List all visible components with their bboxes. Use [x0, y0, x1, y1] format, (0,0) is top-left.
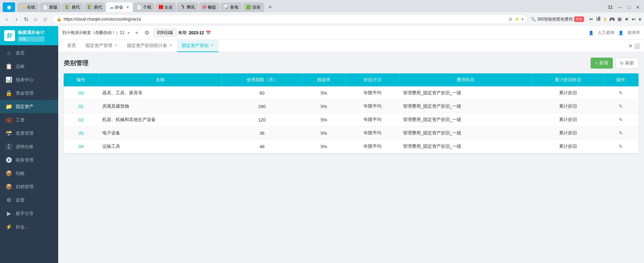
forward-button[interactable]: ›: [12, 15, 21, 23]
sidebar-item-asset-label: 固定资产: [16, 104, 34, 110]
menu-button[interactable]: ≡: [639, 16, 641, 22]
edit-button[interactable]: ✎: [619, 90, 623, 96]
tab-depreciation[interactable]: 固定资产折旧统计表 ✕: [122, 40, 177, 52]
home-icon: ⌂: [5, 50, 12, 56]
sidebar-item-guide[interactable]: ▶ 新手引导: [0, 207, 58, 220]
edit-button[interactable]: ✎: [619, 130, 623, 136]
edit-button[interactable]: ✎: [619, 144, 623, 149]
cell-period: 240: [222, 100, 302, 113]
sidebar-item-settings[interactable]: ⚙ 设置: [0, 193, 58, 207]
cell-action[interactable]: ✎: [603, 113, 638, 127]
refresh-button[interactable]: ↻ 刷新: [616, 58, 639, 69]
main-content: 类别管理 + 新增 ↻ 刷新 编号 名称 使用期限（月: [58, 52, 644, 263]
browser-tools: ✂ 译 ¥ 🎮 ⊞ ☀ ↩ ≡: [589, 16, 641, 22]
bookmark-button[interactable]: ☆: [41, 15, 49, 23]
home-button[interactable]: ⌂: [31, 15, 40, 23]
tab-panel-expand-button[interactable]: ⬜: [634, 43, 640, 49]
nav-buttons: ‹ › ↻ ⌂ ☆: [3, 15, 49, 23]
period-value: 2023-12: [189, 31, 204, 35]
sidebar-item-home[interactable]: ⌂ 首页: [0, 47, 58, 60]
cell-action[interactable]: ✎: [603, 127, 638, 140]
maximize-button[interactable]: □: [626, 4, 632, 11]
reload-button[interactable]: ↻: [22, 15, 30, 23]
period-calendar-icon[interactable]: 📅: [206, 31, 211, 35]
sidebar-item-tax[interactable]: 💿 税务管理: [0, 153, 58, 167]
logo-badge: 专版: [18, 36, 45, 42]
tab-depreciation-close[interactable]: ✕: [169, 43, 172, 48]
sidebar-item-more[interactable]: ⚡ 好会...: [0, 220, 58, 234]
tab-label-gedi: 各地: [230, 4, 238, 10]
sidebar-item-settings-label: 设置: [16, 197, 25, 203]
tab-icon-yidai2: 📗: [87, 5, 92, 10]
sidebar-item-fund[interactable]: 🔒 资金管理: [0, 86, 58, 100]
refresh-icon: ↻: [620, 61, 624, 66]
undo-button[interactable]: ↩: [632, 16, 636, 22]
browser-tab-haohui[interactable]: ☁ 好会 ✕: [106, 2, 132, 12]
sidebar-item-report[interactable]: 📊 报表中心: [0, 73, 58, 86]
search-area[interactable]: 🔍 360智能抠图免费用 热搜: [531, 16, 584, 22]
tab-panel-close-button[interactable]: ✕: [629, 43, 633, 49]
tab-home[interactable]: 首页: [62, 40, 81, 52]
sidebar-item-asset[interactable]: 📁 固定资产: [0, 100, 58, 113]
user-settings-button[interactable]: +: [133, 29, 140, 36]
sidebar-item-invoice[interactable]: 🗃️ 发票管理: [0, 127, 58, 140]
browser-tab-changjin[interactable]: Ⓜ 畅提: [199, 2, 219, 12]
sun-button[interactable]: ☀: [624, 16, 629, 22]
tab-asset-mgmt-label: 固定资产管理: [86, 43, 112, 49]
browser-tab-tencent[interactable]: 🐧 腾讯: [177, 2, 198, 12]
cell-code[interactable]: 02: [64, 113, 98, 127]
sidebar-item-invoice-label: 发票管理: [16, 130, 34, 136]
browser-tab-qiye[interactable]: 🅲 企业: [155, 2, 176, 12]
tab-asset-mgmt-close[interactable]: ✕: [114, 43, 117, 48]
sidebar-item-archive[interactable]: 📦 归档管理: [0, 180, 58, 193]
tab-category[interactable]: 固定资产类别 ✕: [177, 40, 218, 52]
browser-tab-yidai2[interactable]: 📗 易代: [84, 2, 105, 12]
tab-close-haohui[interactable]: ✕: [126, 5, 129, 10]
user-dropdown-icon[interactable]: ▾: [128, 31, 130, 35]
browser-logo: ◉: [3, 2, 15, 12]
tab-category-close[interactable]: ✕: [211, 43, 214, 48]
cell-code[interactable]: 03: [64, 86, 98, 100]
sidebar-item-close[interactable]: 📦 结账: [0, 167, 58, 180]
sidebar-item-ledger[interactable]: 📋 总账: [0, 60, 58, 73]
edit-button[interactable]: ✎: [619, 117, 623, 122]
tab-asset-mgmt[interactable]: 固定资产管理 ✕: [81, 40, 122, 52]
game-button[interactable]: 🎮: [609, 16, 615, 22]
add-button[interactable]: + 新增: [591, 58, 613, 69]
browser-tab-new[interactable]: 📄 新版: [39, 2, 61, 12]
browser-tab-gedi[interactable]: 📊 各地: [220, 2, 242, 12]
close-button[interactable]: ✕: [634, 4, 641, 11]
user-gear-button[interactable]: ⚙: [143, 29, 150, 36]
guide-icon: ▶: [5, 210, 12, 217]
username-label: 徐泽华: [628, 30, 640, 36]
tab-icon-changjin: Ⓜ: [202, 4, 206, 10]
table-row: 01房屋及建筑物2405%年限平均管理费用_固定资产折旧_一级累计折旧✎: [64, 100, 639, 113]
cell-code[interactable]: 04: [64, 140, 98, 153]
url-bar[interactable]: 🔒 https://cloud.chanjet.com/accounting/u…: [52, 14, 528, 24]
cell-action[interactable]: ✎: [603, 140, 638, 153]
tab-icon-yidai1: 📗: [65, 5, 70, 10]
sidebar-item-payroll[interactable]: 💼 工资: [0, 113, 58, 127]
cell-action[interactable]: ✎: [603, 86, 638, 100]
top-bar: 刘小艳演示账套（勿删勿动！）11 ▾ + ⚙ 切到旧版 账期 2023-12 📅…: [58, 26, 644, 40]
browser-tab-geshui[interactable]: 📄 个税: [133, 2, 155, 12]
wallet-button[interactable]: ¥: [604, 16, 606, 22]
tab-icon-muqian: 🟩: [246, 5, 251, 10]
minimize-button[interactable]: ─: [617, 4, 623, 11]
browser-tab-online[interactable]: ⚡ 在线: [17, 2, 39, 12]
translate-button[interactable]: 译: [596, 16, 601, 22]
scissors-button[interactable]: ✂: [589, 16, 593, 22]
ai-consult-label[interactable]: 人工咨询: [598, 30, 614, 36]
browser-tab-muqian[interactable]: 🟩 目前: [242, 2, 264, 12]
back-button[interactable]: ‹: [3, 15, 11, 23]
switch-version-button[interactable]: 切到旧版: [154, 29, 176, 37]
cell-code[interactable]: 01: [64, 100, 98, 113]
sidebar-item-stock[interactable]: 🗄️ 进销台账: [0, 140, 58, 153]
cell-code[interactable]: 05: [64, 127, 98, 140]
new-tab-button[interactable]: +: [266, 3, 274, 11]
browser-tab-yidai1[interactable]: 📗 易代: [62, 2, 83, 12]
edit-button[interactable]: ✎: [619, 104, 623, 109]
sidebar-item-report-label: 报表中心: [16, 77, 34, 83]
grid-button[interactable]: ⊞: [618, 16, 622, 22]
cell-action[interactable]: ✎: [603, 100, 638, 113]
